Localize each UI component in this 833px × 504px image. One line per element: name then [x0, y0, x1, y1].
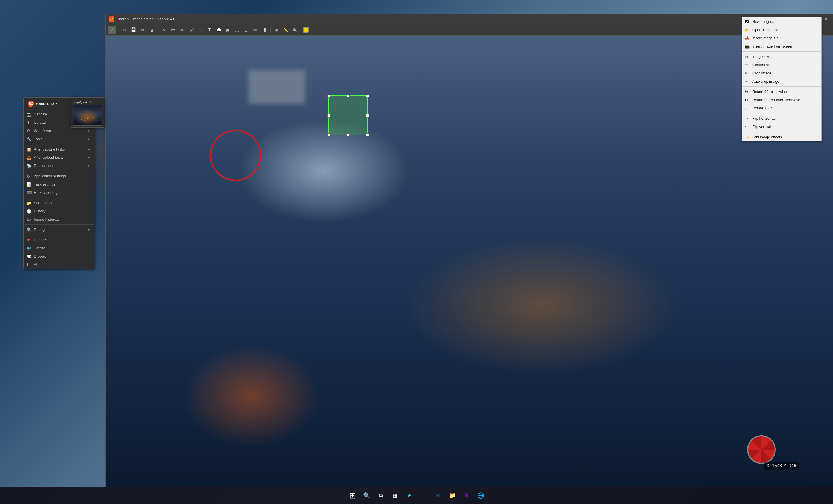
selection-handle-tc[interactable] — [347, 95, 350, 97]
crop-tool-button[interactable]: ✂ — [251, 26, 259, 34]
insert-screen-icon: 📸 — [745, 44, 750, 49]
selection-handle-bl[interactable] — [327, 134, 330, 136]
sharex-menu-app-settings[interactable]: ⚙ Application settings... — [24, 172, 94, 180]
editor-app-icon: SX — [109, 16, 114, 22]
editor-canvas-area[interactable]: X: 1548 Y: 946 — [106, 35, 833, 487]
after-upload-arrow-icon: ▶ — [88, 155, 90, 159]
selection-handle-ml[interactable] — [327, 114, 330, 117]
save-tool-button[interactable]: 💾 — [129, 26, 137, 34]
confirm-tool-button[interactable]: ✓ — [108, 26, 116, 34]
hotkey-settings-icon: ⌨ — [26, 190, 32, 195]
taskbar: ⊞ 🔍 ⧉ ▦ e ♪ ✉ 📁 N 🌐 — [0, 487, 833, 504]
ctx-crop-image[interactable]: ✂ Crop image... — [742, 69, 821, 77]
menu-separator-2 — [24, 171, 94, 171]
taskbar-onenote-icon[interactable]: N — [460, 489, 473, 502]
ctx-crop-label: Crop image... — [752, 71, 775, 75]
selection-handle-mr[interactable] — [366, 114, 369, 117]
taskbar-edge-icon[interactable]: e — [403, 489, 415, 502]
pixelate-tool-button[interactable]: ▩ — [224, 26, 232, 34]
debug-arrow-icon: ▶ — [88, 228, 90, 232]
taskbar-taskview-button[interactable]: ⧉ — [375, 489, 387, 502]
ctx-auto-crop[interactable]: ✂ Auto crop image... — [742, 77, 821, 86]
sharex-menu-tools[interactable]: 🔧 Tools ▶ — [24, 135, 94, 143]
blur-tool-button[interactable]: ⬚ — [233, 26, 241, 34]
sharex-menu-screenshots-folder[interactable]: 📁 Screenshots folder... — [24, 199, 94, 207]
image-history-icon: 🖼 — [26, 217, 30, 222]
ctx-add-effects[interactable]: ✨ Add image effects... — [742, 133, 821, 141]
copy-tool-button[interactable]: ⧉ — [139, 26, 146, 34]
eraser-tool-button[interactable]: ◻ — [242, 26, 250, 34]
ctx-flip-vertical[interactable]: ↕ Flip vertical — [742, 123, 821, 131]
sharex-menu-about[interactable]: ℹ About... — [24, 261, 94, 269]
image-size-icon: ⊡ — [745, 54, 748, 59]
taskbar-widgets-button[interactable]: ▦ — [389, 489, 401, 502]
after-capture-arrow-icon: ▶ — [88, 147, 90, 151]
taskbar-browser-icon[interactable]: 🌐 — [474, 489, 487, 502]
sharex-tools-label: Tools — [34, 137, 43, 141]
selection-handle-br[interactable] — [366, 134, 369, 136]
sharex-menu-image-history[interactable]: 🖼 Image history... — [24, 215, 94, 223]
selection-handle-bc[interactable] — [347, 134, 350, 136]
sharex-menu-twitter[interactable]: 🐦 Twitter... — [24, 244, 94, 252]
line-tool-button[interactable]: — — [186, 24, 197, 35]
ctx-rotate-180[interactable]: ↕ Rotate 180° — [742, 104, 821, 112]
color-swatch[interactable] — [303, 27, 309, 33]
sharex-menu-discord[interactable]: 💬 Discord... — [24, 252, 94, 261]
ctx-image-size[interactable]: ⊡ Image size... — [742, 52, 821, 61]
ruler-tool-button[interactable]: 📏 — [282, 26, 290, 34]
text-tool-button[interactable]: T — [206, 26, 214, 34]
sharex-menu-hotkey-settings[interactable]: ⌨ Hotkey settings... — [24, 188, 94, 197]
sharex-menu-donate[interactable]: ❤ Donate... — [24, 236, 94, 244]
ctx-flip-horizontal[interactable]: ↔ Flip horizontal — [742, 114, 821, 123]
sharex-menu-workflows[interactable]: ⚙ Workflows ▶ — [24, 126, 94, 135]
sharex-menu-destinations[interactable]: 📡 Destinations ▶ — [24, 162, 94, 170]
settings-tool-button[interactable]: ⚙ — [313, 26, 321, 34]
ctx-open-image[interactable]: 📂 Open image file... — [742, 26, 821, 34]
ctx-insert-image-file[interactable]: 📥 Insert image file... — [742, 34, 821, 42]
taskbar-search-button[interactable]: 🔍 — [360, 489, 373, 502]
highlight-tool-button[interactable]: ▐ — [260, 26, 268, 34]
taskbar-explorer-icon[interactable]: 📁 — [446, 489, 458, 502]
sharex-discord-label: Discord... — [34, 254, 50, 259]
print-tool-button[interactable]: 🖨 — [148, 26, 156, 34]
pencil-tool-button[interactable]: ✏ — [178, 26, 186, 34]
grid-tool-button[interactable]: ⊞ — [272, 26, 281, 34]
ctx-rotate-cw-label: Rotate 90° clockwise — [752, 90, 787, 94]
upload-icon: ⬆ — [26, 120, 30, 125]
ctx-canvas-size-label: Canvas size... — [752, 63, 776, 67]
zoom-tool-button[interactable]: 🔍 — [291, 26, 299, 34]
sharex-menu-after-upload[interactable]: 📤 After upload tasks ▶ — [24, 153, 94, 162]
ctx-canvas-size[interactable]: ▭ Canvas size... — [742, 61, 821, 69]
sharex-menu-after-capture[interactable]: 📋 After capture tasks ▶ — [24, 145, 94, 153]
selection-box[interactable] — [328, 96, 368, 136]
sharex-menu-history[interactable]: 🕐 History... — [24, 207, 94, 215]
destinations-arrow-icon: ▶ — [88, 164, 90, 168]
cursor-tool-button[interactable]: ↖ — [160, 26, 168, 34]
ctx-rotate-cw[interactable]: ↻ Rotate 90° clockwise — [742, 88, 821, 96]
selection-handle-tl[interactable] — [327, 95, 330, 97]
speech-tool-button[interactable]: 💬 — [215, 26, 223, 34]
editor-titlebar: SX ShareX - Image editor - 2059x1241 — □… — [106, 14, 833, 24]
ctx-rotate-ccw[interactable]: ↺ Rotate 90° counter clockwise — [742, 96, 821, 104]
menu-separator-3 — [24, 197, 94, 198]
recent-thumbnail[interactable] — [73, 105, 102, 126]
task-settings-icon: 📝 — [26, 182, 31, 187]
taskbar-mail-icon[interactable]: ✉ — [432, 489, 444, 502]
menu-separator-5 — [24, 235, 94, 235]
ctx-new-image[interactable]: 🖼 New image... — [742, 17, 821, 26]
selection-handle-tr[interactable] — [366, 95, 369, 97]
arrow-tool-button[interactable]: → — [196, 26, 205, 34]
rectangle-tool-button[interactable]: ▭ — [169, 26, 177, 34]
close-button[interactable]: ✕ — [822, 16, 830, 22]
sharex-menu-task-settings[interactable]: 📝 Task settings... — [24, 180, 94, 188]
taskbar-spotify-icon[interactable]: ♪ — [418, 489, 430, 502]
cut-tool-button[interactable]: ✂ — [120, 26, 128, 34]
ctx-separator-3 — [742, 113, 821, 114]
menu-tool-button[interactable]: ≡ — [322, 26, 330, 34]
ctx-insert-from-screen[interactable]: 📸 Insert image from screen... — [742, 42, 821, 50]
canvas-image: X: 1548 Y: 946 — [106, 35, 833, 487]
taskbar-windows-button[interactable]: ⊞ — [346, 489, 359, 502]
flip-h-icon: ↔ — [745, 116, 749, 121]
sharex-menu-debug[interactable]: 🔍 Debug ▶ — [24, 225, 94, 234]
ctx-flip-v-label: Flip vertical — [752, 125, 771, 129]
